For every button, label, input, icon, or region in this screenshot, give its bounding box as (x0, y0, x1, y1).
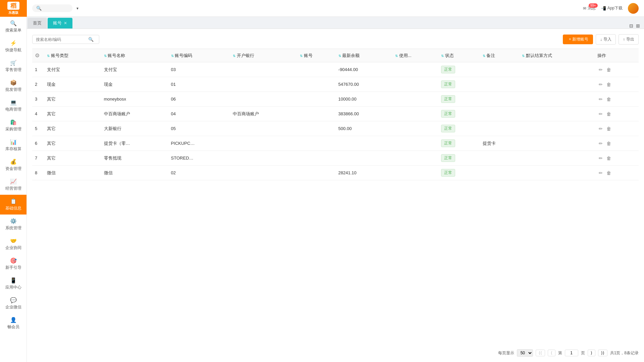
sidebar-item-label: 快捷导航 (5, 47, 21, 53)
edit-button[interactable]: ✏ (597, 111, 604, 117)
col-name[interactable]: ⇅ 账号名称 (101, 49, 168, 62)
app-download-label: App下载 (607, 5, 623, 11)
sidebar-item-retail[interactable]: 🛒 零售管理 (0, 56, 26, 76)
col-account[interactable]: ⇅ 账号 (297, 49, 335, 62)
message-icon: ✉ (583, 6, 586, 11)
export-button[interactable]: ↑ 导出 (619, 34, 639, 45)
col-code[interactable]: ⇅ 账号编码 (168, 49, 230, 62)
delete-button[interactable]: 🗑 (605, 125, 612, 132)
sidebar-item-beginner[interactable]: 🎯 新手引导 (0, 254, 26, 274)
delete-button[interactable]: 🗑 (605, 140, 612, 147)
tab-minimize-icon[interactable]: ⊟ (629, 23, 633, 28)
status-badge: 正常 (441, 125, 455, 132)
col-bank[interactable]: ⇅ 开户银行 (230, 49, 297, 62)
edit-button[interactable]: ✏ (597, 155, 604, 162)
sidebar-item-ecommerce[interactable]: 💻 电商管理 (0, 96, 26, 116)
topbar: 🔍 ▾ ✉ 消息 99+ 📲 App下载 (27, 0, 644, 17)
topbar-dropdown[interactable]: ▾ (76, 6, 78, 11)
edit-button[interactable]: ✏ (597, 96, 604, 103)
quick-nav-icon: ⚡ (10, 40, 17, 46)
cell-code: 03 (168, 62, 230, 77)
cell-usage (392, 107, 438, 121)
sidebar-item-member[interactable]: 👤 畅会员 (0, 313, 26, 333)
app-download-button[interactable]: 📲 App下载 (601, 5, 623, 11)
delete-button[interactable]: 🗑 (605, 96, 612, 103)
sidebar-item-purchase[interactable]: 🛍️ 采购管理 (0, 116, 26, 135)
sidebar-item-label: 电商管理 (5, 107, 21, 112)
pagination: 每页显示 50 ⟨⟨ ⟨ 第 页 ⟩ ⟩⟩ 共1页，8条记录 (32, 345, 639, 357)
edit-button[interactable]: ✏ (597, 125, 604, 132)
topbar-search-box[interactable]: 🔍 (32, 4, 72, 12)
topbar-search-icon: 🔍 (36, 6, 42, 11)
delete-button[interactable]: 🗑 (605, 155, 612, 162)
user-avatar[interactable] (628, 3, 639, 14)
edit-button[interactable]: ✏ (597, 140, 604, 147)
sidebar-item-wholesale[interactable]: 📦 批发管理 (0, 76, 26, 96)
edit-button[interactable]: ✏ (597, 170, 604, 176)
table-row: 1 支付宝 支付宝 03 -90444.00 正常 ✏ 🗑 (32, 62, 639, 77)
import-button[interactable]: ↓ 导入 (596, 34, 616, 45)
cell-code: 02 (168, 166, 230, 180)
sidebar-item-finance[interactable]: 💰 资金管理 (0, 155, 26, 175)
last-page-button[interactable]: ⟩⟩ (598, 350, 607, 356)
col-status[interactable]: ⇅ 状态 (438, 49, 480, 62)
tab-expand-icon[interactable]: ⊞ (636, 23, 640, 28)
sidebar-item-enterprise-agreement[interactable]: 🤝 企业协同 (0, 234, 26, 254)
cell-code: 01 (168, 77, 230, 92)
column-settings-icon[interactable]: ⚙ (35, 53, 40, 58)
next-page-button[interactable]: ⟩ (588, 350, 595, 356)
topbar-search-input[interactable] (44, 6, 70, 11)
prev-page-button[interactable]: ⟨ (548, 350, 555, 356)
cell-type: 其它 (44, 107, 101, 121)
col-type[interactable]: ⇅ 账号类型 (44, 49, 101, 62)
page-number-input[interactable] (565, 350, 578, 356)
col-balance[interactable]: ⇅ 最新余额 (336, 49, 393, 62)
sidebar-item-app-center[interactable]: 📱 应用中心 (0, 274, 26, 294)
tab-home[interactable]: 首页 (28, 18, 47, 28)
col-default-settlement[interactable]: ⇅ 默认结算方式 (519, 49, 595, 62)
delete-button[interactable]: 🗑 (605, 66, 612, 73)
cell-account (297, 121, 335, 136)
page-size-select[interactable]: 50 (517, 349, 533, 357)
edit-button[interactable]: ✏ (597, 66, 604, 73)
delete-button[interactable]: 🗑 (605, 81, 612, 88)
sidebar-item-label: 新手引导 (5, 265, 21, 270)
table-search-input[interactable] (36, 37, 86, 42)
cell-account (297, 77, 335, 92)
tab-close-icon[interactable]: ✕ (64, 21, 67, 25)
first-page-button[interactable]: ⟨⟨ (536, 350, 545, 356)
cell-no: 2 (32, 77, 44, 92)
sidebar-item-quick-nav[interactable]: ⚡ 快捷导航 (0, 37, 26, 56)
sidebar-item-inventory[interactable]: 📊 库存核算 (0, 135, 26, 155)
cell-status: 正常 (438, 136, 480, 151)
sidebar-item-enterprise-wechat[interactable]: 💬 企业微信 (0, 294, 26, 313)
total-info: 共1页，8条记录 (610, 350, 639, 356)
cell-remark (480, 77, 519, 92)
cell-default-settlement (519, 166, 595, 180)
cell-balance (336, 151, 393, 166)
delete-button[interactable]: 🗑 (605, 170, 612, 176)
cell-type: 其它 (44, 92, 101, 107)
col-usage[interactable]: ⇅ 使用... (392, 49, 438, 62)
sidebar-item-label: 畅会员 (7, 324, 19, 330)
cell-type: 其它 (44, 136, 101, 151)
col-remark[interactable]: ⇅ 备注 (480, 49, 519, 62)
add-account-button[interactable]: + 新增账号 (563, 35, 593, 44)
cell-account (297, 107, 335, 121)
edit-button[interactable]: ✏ (597, 81, 604, 88)
search-menu-icon: 🔍 (10, 20, 17, 26)
sidebar-item-search-menu[interactable]: 🔍 搜索菜单 (0, 17, 26, 37)
sidebar-item-label: 系统管理 (5, 225, 21, 231)
cell-name: moneybosx (101, 92, 168, 107)
cell-status: 正常 (438, 107, 480, 121)
table-search-icon: 🔍 (88, 37, 94, 42)
sidebar-item-operation[interactable]: 📈 经营管理 (0, 175, 26, 195)
col-settings[interactable]: ⚙ (32, 49, 44, 62)
sidebar-item-system[interactable]: ⚙️ 系统管理 (0, 215, 26, 234)
tab-account[interactable]: 账号 ✕ (48, 18, 72, 28)
delete-button[interactable]: 🗑 (605, 111, 612, 117)
table-search-field[interactable]: 🔍 (32, 35, 99, 44)
message-button[interactable]: ✉ 消息 99+ (583, 5, 596, 11)
main-area: 🔍 ▾ ✉ 消息 99+ 📲 App下载 首页 账号 (27, 0, 644, 362)
sidebar-item-basic-info[interactable]: 📋 基础信息 (0, 195, 26, 215)
